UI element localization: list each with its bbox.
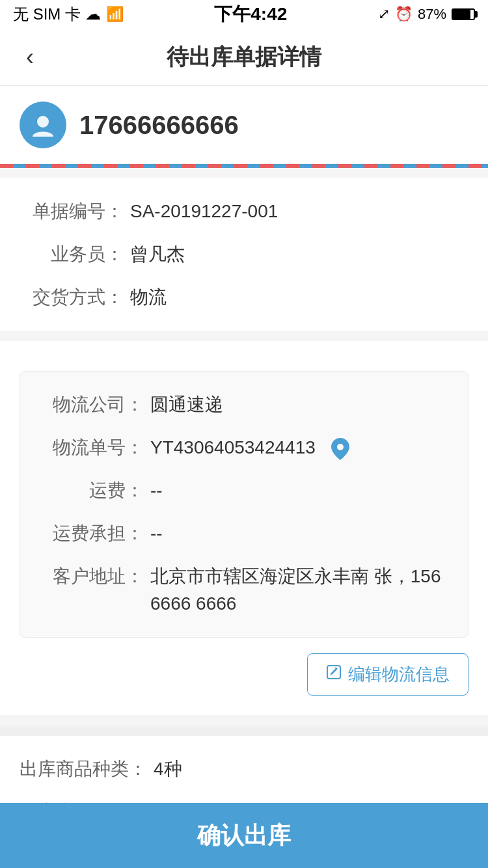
status-right: ⤢ ⏰ 87% <box>378 6 475 23</box>
tracking-no-value: YT43064053424413 <box>150 434 448 461</box>
sim-text: 无 SIM 卡 ☁ <box>13 4 101 25</box>
confirm-button-label: 确认出库 <box>197 820 291 852</box>
delivery-method-label: 交货方式： <box>20 284 124 311</box>
customer-header: 17666666666 <box>0 86 488 164</box>
edit-logistics-label: 编辑物流信息 <box>348 663 450 686</box>
edit-icon <box>326 664 342 685</box>
dashed-divider <box>0 164 488 168</box>
status-left: 无 SIM 卡 ☁ 📶 <box>13 4 124 25</box>
confirm-bar[interactable]: 确认出库 <box>0 803 488 868</box>
basic-info-section: 单据编号： SA-20191227-001 业务员： 曾凡杰 交货方式： 物流 <box>0 178 488 331</box>
salesperson-value: 曾凡杰 <box>130 241 468 268</box>
status-bar: 无 SIM 卡 ☁ 📶 下午4:42 ⤢ ⏰ 87% <box>0 0 488 29</box>
edit-btn-container: 编辑物流信息 <box>20 653 468 696</box>
freight-label: 运费： <box>40 477 144 504</box>
tracking-no-label: 物流单号： <box>40 434 144 461</box>
logistics-section: 物流公司： 圆通速递 物流单号： YT43064053424413 运费： --… <box>0 341 488 715</box>
battery-icon <box>452 8 475 20</box>
logistics-company-row: 物流公司： 圆通速递 <box>40 391 448 418</box>
alarm-icon: ⏰ <box>395 6 413 23</box>
avatar <box>20 102 66 148</box>
logistics-card: 物流公司： 圆通速递 物流单号： YT43064053424413 运费： --… <box>20 371 468 638</box>
freight-value: -- <box>150 477 448 504</box>
order-no-label: 单据编号： <box>20 198 124 225</box>
location-status-icon: ⤢ <box>378 6 390 23</box>
salesperson-row: 业务员： 曾凡杰 <box>20 241 468 268</box>
salesperson-label: 业务员： <box>20 241 124 268</box>
status-time: 下午4:42 <box>214 2 287 27</box>
battery-text: 87% <box>418 6 446 23</box>
location-icon[interactable] <box>331 438 349 460</box>
goods-types-label: 出库商品种类： <box>20 755 147 783</box>
address-label: 客户地址： <box>40 563 144 590</box>
page-title: 待出库单据详情 <box>167 42 321 72</box>
tracking-no-row: 物流单号： YT43064053424413 <box>40 434 448 461</box>
order-no-row: 单据编号： SA-20191227-001 <box>20 198 468 225</box>
back-button[interactable]: ‹ <box>20 37 40 77</box>
freight-bearer-value: -- <box>150 520 448 547</box>
freight-row: 运费： -- <box>40 477 448 504</box>
customer-phone: 17666666666 <box>79 111 239 140</box>
nav-bar: ‹ 待出库单据详情 <box>0 29 488 86</box>
goods-types-row: 出库商品种类： 4种 <box>20 755 468 783</box>
logistics-company-value: 圆通速递 <box>150 391 448 418</box>
svg-point-0 <box>37 116 49 128</box>
freight-bearer-row: 运费承担： -- <box>40 520 448 547</box>
delivery-method-value: 物流 <box>130 284 468 311</box>
order-no-value: SA-20191227-001 <box>130 198 468 225</box>
address-value: 北京市市辖区海淀区永丰南 张，156 6666 6666 <box>150 563 448 617</box>
freight-bearer-label: 运费承担： <box>40 520 144 547</box>
goods-types-value: 4种 <box>154 755 468 783</box>
logistics-company-label: 物流公司： <box>40 391 144 418</box>
address-row: 客户地址： 北京市市辖区海淀区永丰南 张，156 6666 6666 <box>40 563 448 617</box>
delivery-method-row: 交货方式： 物流 <box>20 284 468 311</box>
edit-logistics-button[interactable]: 编辑物流信息 <box>307 653 468 696</box>
wifi-icon: 📶 <box>106 6 124 23</box>
section-separator <box>0 726 488 736</box>
